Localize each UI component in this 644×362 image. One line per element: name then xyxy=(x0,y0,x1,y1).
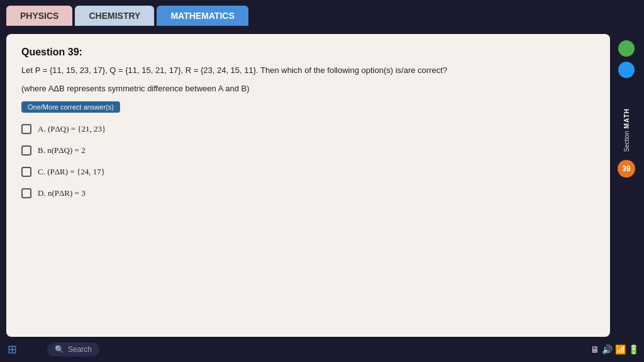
option-b-checkbox[interactable] xyxy=(21,145,31,156)
search-icon: 🔍 xyxy=(55,345,64,354)
option-a-checkbox[interactable] xyxy=(21,124,31,134)
answer-type-badge: One/More correct answer(s) xyxy=(21,101,120,113)
option-b: B. n(PΔQ) = 2 xyxy=(21,145,595,156)
question-card: Question 39: Let P = {11, 15, 23, 17}, Q… xyxy=(6,34,610,337)
option-b-label: B. n(PΔQ) = 2 xyxy=(38,145,86,156)
tab-chemistry[interactable]: CHEMISTRY xyxy=(75,6,154,26)
question-text-line1: Let P = {11, 15, 23, 17}, Q = {11, 15, 2… xyxy=(21,64,595,77)
options-list: A. (PΔQ) = {21, 23} B. n(PΔQ) = 2 C. (PΔ… xyxy=(21,124,595,198)
question-title: Question 39: xyxy=(21,47,595,58)
sidebar-section-label: Section xyxy=(623,131,630,152)
option-d-checkbox[interactable] xyxy=(21,188,31,198)
question-text-line2: (where AΔB represents symmetric differen… xyxy=(21,82,595,96)
tab-physics[interactable]: PHYSICS xyxy=(6,6,72,26)
tab-bar: PHYSICS CHEMISTRY MATHEMATICS xyxy=(0,0,644,28)
windows-icon[interactable]: ⊞ xyxy=(8,342,17,356)
option-d-label: D. n(PΔR) = 3 xyxy=(38,188,86,198)
option-c-label: C. (PΔR) = {24, 17} xyxy=(38,167,105,177)
status-dot-green[interactable] xyxy=(618,40,635,57)
taskbar-search-label: Search xyxy=(68,345,92,354)
question-number-badge[interactable]: 39 xyxy=(618,160,635,178)
option-d: D. n(PΔR) = 3 xyxy=(21,188,595,198)
option-a: A. (PΔQ) = {21, 23} xyxy=(21,124,595,134)
right-sidebar: MATH Section 39 xyxy=(615,34,638,337)
main-area: Question 39: Let P = {11, 15, 23, 17}, Q… xyxy=(0,28,644,337)
option-a-label: A. (PΔQ) = {21, 23} xyxy=(38,124,106,134)
taskbar-search[interactable]: 🔍 Search xyxy=(47,342,99,356)
taskbar: ⊞ 🔍 Search 🖥 🔊 📶 🔋 xyxy=(0,337,644,362)
status-dot-blue[interactable] xyxy=(618,62,635,78)
option-c-checkbox[interactable] xyxy=(21,167,31,177)
sidebar-math-label: MATH xyxy=(623,108,630,128)
taskbar-icons: 🖥 🔊 📶 🔋 xyxy=(591,344,639,354)
option-c: C. (PΔR) = {24, 17} xyxy=(21,167,595,177)
tab-mathematics[interactable]: MATHEMATICS xyxy=(157,6,248,26)
